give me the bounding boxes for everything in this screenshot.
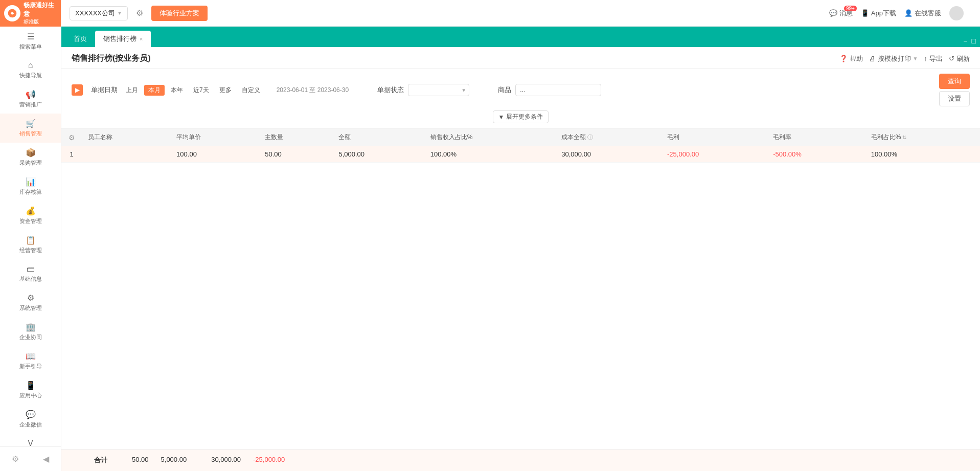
sidebar-item-11[interactable]: 📖新手引导	[0, 346, 61, 375]
footer-gross-pct	[303, 454, 315, 467]
cost-info-icon[interactable]: ⓘ	[587, 133, 593, 141]
date-tab-custom[interactable]: 自定义	[238, 85, 264, 96]
online-service-button[interactable]: 👤 在线客服	[904, 9, 941, 18]
date-tab-this-year[interactable]: 本年	[167, 85, 187, 96]
sidebar: 畅康通好生意 标准版 ☰搜索菜单⌂快捷导航📢营销推广🛒销售管理📦采购管理📊库存核…	[0, 0, 61, 471]
expand-filters-button[interactable]: ▼ 展开更多条件	[493, 110, 549, 123]
sidebar-label-9: 系统管理	[19, 304, 42, 312]
tabbar-right: − □	[963, 37, 976, 47]
sidebar-item-2[interactable]: 📢营销推广	[0, 84, 61, 114]
help-button[interactable]: ❓ 帮助	[839, 54, 863, 63]
sidebar-icon-8: 🗃	[27, 264, 35, 274]
sidebar-label-2: 营销推广	[19, 101, 42, 108]
tab-sales-ranking[interactable]: 销售排行榜 ×	[95, 31, 151, 47]
sidebar-item-1[interactable]: ⌂快捷导航	[0, 56, 61, 84]
tabbar: 首页 销售排行榜 × − □	[61, 27, 980, 47]
sidebar-item-14[interactable]: V畅会员	[0, 434, 61, 446]
date-tab-7days[interactable]: 近7天	[189, 85, 213, 96]
sidebar-nav: ☰搜索菜单⌂快捷导航📢营销推广🛒销售管理📦采购管理📊库存核算💰资金管理📋经营管理…	[0, 27, 61, 446]
topbar-right: 💬 消息 99+ 📱 App下载 👤 在线客服	[829, 6, 972, 20]
sidebar-icon-3: 🛒	[26, 119, 36, 128]
tab-home[interactable]: 首页	[65, 31, 95, 47]
goods-input[interactable]	[515, 84, 601, 96]
gross-pct-sort-icon[interactable]: ⇅	[902, 134, 906, 140]
cell-gross-rate-0: -500.00%	[767, 146, 865, 163]
date-tab-last-month[interactable]: 上月	[122, 85, 142, 96]
sidebar-settings-icon[interactable]: ⚙	[8, 452, 23, 466]
export-button[interactable]: ↑ 导出	[924, 54, 943, 63]
cell-avg-price-0: 100.00	[170, 146, 259, 163]
cell-gross-0: -25,000.00	[661, 146, 767, 163]
sidebar-label-8: 基础信息	[19, 275, 42, 283]
cell-sales-pct-0: 100.00%	[424, 146, 555, 163]
filter-area: ▶ 单据日期 上月 本月 本年 近7天 更多 自定义 2023-06-01 至 …	[61, 69, 980, 129]
help-label: 帮助	[850, 54, 863, 63]
sidebar-item-4[interactable]: 📦采购管理	[0, 143, 61, 172]
tab-close-icon[interactable]: ×	[140, 36, 143, 42]
sidebar-bottom: ⚙ ◀	[0, 446, 61, 471]
user-avatar[interactable]	[949, 6, 964, 20]
sidebar-item-12[interactable]: 📱应用中心	[0, 375, 61, 405]
app-logo: 畅康通好生意 标准版	[0, 0, 61, 27]
status-select-wrapper: ▼	[408, 84, 469, 96]
sidebar-collapse-icon[interactable]: ◀	[39, 452, 53, 466]
sidebar-label-6: 资金管理	[19, 217, 42, 225]
goods-filter: 商品	[498, 84, 601, 96]
settings-button[interactable]: 设置	[939, 91, 970, 106]
th-name: 员工名称	[82, 129, 170, 146]
th-gross-rate: 毛利率	[767, 129, 865, 146]
sidebar-item-9[interactable]: ⚙系统管理	[0, 288, 61, 317]
date-tab-more[interactable]: 更多	[215, 85, 236, 96]
sidebar-label-1: 快捷导航	[19, 72, 42, 79]
app-download-button[interactable]: 📱 App下载	[861, 9, 896, 18]
sidebar-icon-5: 📊	[26, 177, 36, 187]
footer-amount: 5,000.00	[155, 454, 193, 467]
sidebar-item-7[interactable]: 📋经营管理	[0, 230, 61, 259]
footer-avg-price	[113, 454, 126, 467]
th-gross: 毛利	[661, 129, 767, 146]
print-dropdown-icon: ▼	[913, 56, 918, 61]
sidebar-icon-0: ☰	[27, 32, 34, 41]
online-service-icon: 👤	[904, 9, 913, 17]
status-filter-label: 单据状态	[377, 85, 404, 95]
sidebar-item-10[interactable]: 🏢企业协同	[0, 317, 61, 346]
refresh-button[interactable]: ↺ 刷新	[949, 54, 970, 63]
topbar-settings-icon[interactable]: ⚙	[134, 6, 145, 20]
column-settings-icon[interactable]: ⚙	[69, 133, 75, 142]
ranking-table: ⚙ 员工名称 平均单价 主数量 全额 销售收入占比% 成本全额 ⓘ	[61, 129, 980, 163]
sidebar-icon-12: 📱	[26, 380, 36, 390]
company-select[interactable]: XXXXXX公司 ▼	[70, 6, 128, 20]
tab-sales-ranking-label: 销售排行榜	[103, 34, 136, 43]
sidebar-icon-7: 📋	[26, 235, 36, 245]
sidebar-item-8[interactable]: 🗃基础信息	[0, 259, 61, 288]
sidebar-item-3[interactable]: 🛒销售管理	[0, 114, 61, 143]
sidebar-label-7: 经营管理	[19, 246, 42, 254]
th-cost-label: 成本全额	[561, 133, 586, 142]
sidebar-icon-1: ⌂	[28, 61, 33, 70]
sidebar-item-0[interactable]: ☰搜索菜单	[0, 27, 61, 56]
tab-maximize-icon[interactable]: □	[972, 37, 976, 45]
table-wrapper: ⚙ 员工名称 平均单价 主数量 全额 销售收入占比% 成本全额 ⓘ	[61, 129, 980, 449]
date-range-display: 2023-06-01 至 2023-06-30	[277, 86, 349, 95]
trial-button[interactable]: 体验行业方案	[151, 6, 208, 21]
footer-gross: -25,000.00	[247, 454, 291, 467]
tab-minimize-icon[interactable]: −	[963, 37, 967, 45]
app-version: 标准版	[24, 18, 57, 26]
company-chevron-icon: ▼	[117, 10, 122, 16]
sidebar-item-6[interactable]: 💰资金管理	[0, 201, 61, 230]
status-select[interactable]	[408, 84, 469, 96]
sidebar-item-13[interactable]: 💬企业微信	[0, 405, 61, 434]
query-button[interactable]: 查询	[939, 74, 970, 89]
message-button[interactable]: 💬 消息 99+	[829, 9, 853, 18]
th-cost: 成本全额 ⓘ	[555, 129, 661, 146]
tab-home-label: 首页	[74, 34, 87, 43]
date-tab-this-month[interactable]: 本月	[144, 85, 165, 96]
footer-sales-pct	[193, 454, 205, 467]
footer-gross-rate	[291, 454, 303, 467]
cell-amount-0: 5,000.00	[332, 146, 424, 163]
print-button[interactable]: 🖨 按模板打印 ▼	[869, 54, 918, 63]
sidebar-label-3: 销售管理	[19, 130, 42, 138]
sidebar-icon-9: ⚙	[27, 293, 34, 303]
toggle-filter-button[interactable]: ▶	[72, 84, 83, 96]
sidebar-item-5[interactable]: 📊库存核算	[0, 172, 61, 201]
